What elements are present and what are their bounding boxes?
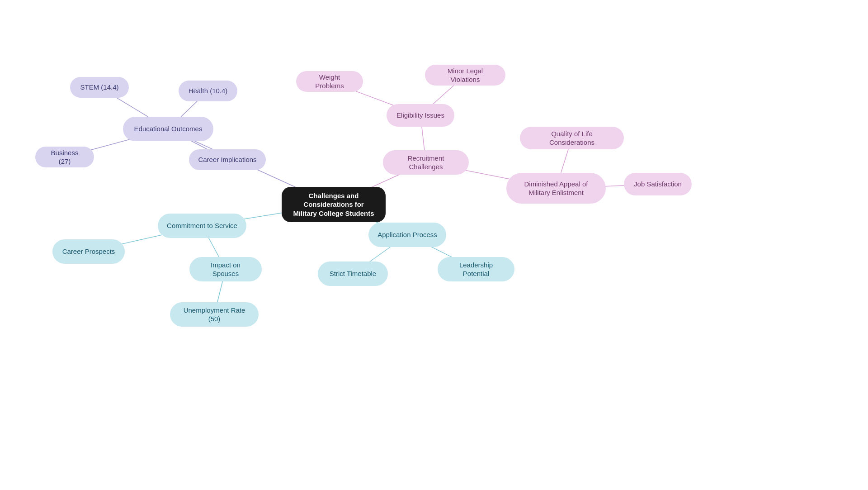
node-career-implications[interactable]: Career Implications xyxy=(189,149,266,170)
node-health[interactable]: Health (10.4) xyxy=(179,81,237,101)
node-minor-legal-violations[interactable]: Minor Legal Violations xyxy=(425,65,505,86)
node-educational-outcomes[interactable]: Educational Outcomes xyxy=(123,117,213,141)
node-business[interactable]: Business (27) xyxy=(35,147,94,167)
node-weight-problems[interactable]: Weight Problems xyxy=(296,71,363,92)
node-recruitment-challenges[interactable]: Recruitment Challenges xyxy=(383,150,469,175)
node-eligibility-issues[interactable]: Eligibility Issues xyxy=(387,104,454,127)
node-stem[interactable]: STEM (14.4) xyxy=(70,77,129,98)
node-diminished-appeal[interactable]: Diminished Appeal of Military Enlistment xyxy=(506,173,606,204)
node-quality-of-life[interactable]: Quality of Life Considerations xyxy=(520,127,624,149)
node-application-process[interactable]: Application Process xyxy=(368,223,446,247)
node-impact-on-spouses[interactable]: Impact on Spouses xyxy=(189,257,262,281)
node-strict-timetable[interactable]: Strict Timetable xyxy=(318,262,388,286)
node-job-satisfaction[interactable]: Job Satisfaction xyxy=(624,173,692,195)
node-career-prospects[interactable]: Career Prospects xyxy=(52,239,125,264)
node-unemployment-rate[interactable]: Unemployment Rate (50) xyxy=(170,302,259,327)
node-commitment-to-service[interactable]: Commitment to Service xyxy=(158,214,246,238)
node-leadership-potential[interactable]: Leadership Potential xyxy=(438,257,514,281)
mindmap-container: Challenges and Considerations for Milita… xyxy=(0,0,868,490)
node-center[interactable]: Challenges and Considerations for Milita… xyxy=(282,187,386,222)
